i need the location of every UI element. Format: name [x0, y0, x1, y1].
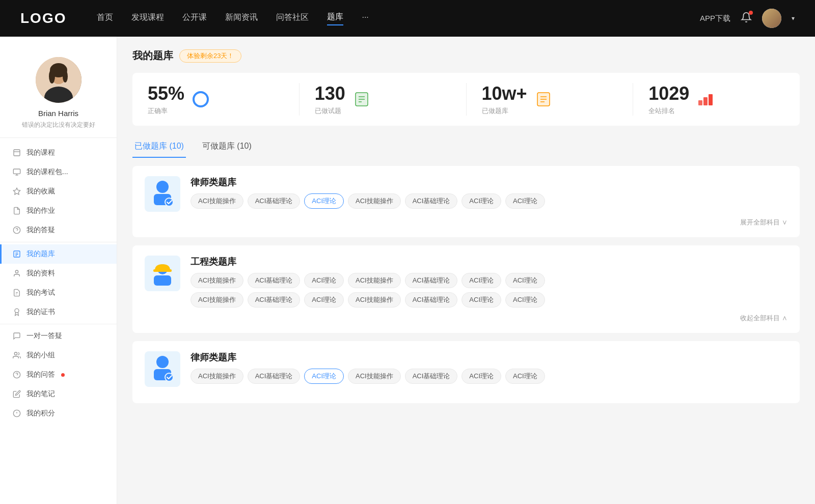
tag-item[interactable]: ACI技能操作: [191, 273, 243, 288]
main-content: 我的题库 体验剩余23天！ 55% 正确率: [117, 37, 815, 504]
tag-item[interactable]: ACI基础理论: [248, 193, 301, 209]
nav-item-news[interactable]: 新闻资讯: [225, 12, 258, 25]
user-menu-chevron[interactable]: ▾: [792, 15, 795, 22]
tab-done-banks[interactable]: 已做题库 (10): [132, 136, 186, 158]
sidebar-item-certificate[interactable]: 我的证书: [0, 302, 117, 322]
svg-rect-49: [153, 269, 172, 272]
sidebar-item-my-courses[interactable]: 我的课程: [0, 143, 117, 162]
nav-item-more[interactable]: ···: [362, 13, 368, 24]
tag-item[interactable]: ACI技能操作: [348, 273, 401, 288]
stats-bar: 55% 正确率 130 已做试题: [132, 73, 800, 126]
qbank-icon: [12, 249, 21, 259]
tag-item[interactable]: ACI技能操作: [191, 193, 243, 209]
nav-item-open[interactable]: 公开课: [182, 12, 207, 25]
tag-item[interactable]: ACI基础理论: [405, 193, 458, 209]
lawyer-icon: [145, 176, 180, 212]
nav-item-courses[interactable]: 发现课程: [131, 12, 164, 25]
sidebar-item-favorites[interactable]: 我的收藏: [0, 182, 117, 201]
tag-item[interactable]: ACI技能操作: [191, 369, 243, 384]
sidebar-item-course-package[interactable]: 我的课程包...: [0, 162, 117, 182]
rank-icon: [695, 89, 716, 109]
sidebar-item-my-questions[interactable]: 我的问答: [0, 365, 117, 384]
question2-icon: [12, 370, 21, 379]
sidebar-item-points[interactable]: 我的积分: [0, 404, 117, 423]
tag-item[interactable]: ACI理论: [304, 292, 344, 307]
page-header: 我的题库 体验剩余23天！: [132, 49, 800, 63]
sidebar-item-label: 我的笔记: [26, 389, 55, 399]
tag-item[interactable]: ACI理论: [461, 193, 501, 209]
tag-item[interactable]: ACI技能操作: [348, 369, 401, 384]
group-icon: [12, 351, 21, 360]
qbank-title: 律师类题库: [191, 176, 787, 188]
sidebar-item-homework[interactable]: 我的作业: [0, 201, 117, 220]
tag-item[interactable]: ACI理论: [461, 273, 501, 288]
qbank-tags: ACI技能操作 ACI基础理论 ACI理论 ACI技能操作 ACI基础理论 AC…: [191, 273, 787, 288]
sidebar-item-my-qa[interactable]: 我的答疑: [0, 220, 117, 240]
sidebar-item-exams[interactable]: 我的考试: [0, 283, 117, 302]
nav-item-qa[interactable]: 问答社区: [276, 12, 309, 25]
navigation: LOGO 首页 发现课程 公开课 新闻资讯 问答社区 题库 ··· APP下载 …: [0, 0, 815, 37]
tag-item[interactable]: ACI理论: [304, 273, 344, 288]
stat-rank: 1029 全站排名: [633, 83, 800, 116]
nav-right: APP下载 ▾: [700, 9, 795, 28]
notification-dot: [749, 11, 753, 15]
banks-icon: [533, 89, 554, 109]
sidebar-item-label: 我的课程: [26, 148, 55, 157]
exam-icon: [12, 288, 21, 297]
tag-item[interactable]: ACI基础理论: [248, 273, 301, 288]
tag-item[interactable]: ACI理论: [505, 193, 545, 209]
tag-item[interactable]: ACI理论: [505, 292, 545, 307]
tag-item[interactable]: ACI理论: [461, 369, 501, 384]
tag-item[interactable]: ACI理论: [461, 292, 501, 307]
stat-number-accuracy: 55% 正确率: [148, 83, 184, 116]
sidebar-item-label: 我的考试: [26, 288, 55, 297]
page-layout: Brian Harris 错误的决定比没有决定要好 我的课程 我的课程包...: [0, 37, 815, 504]
user-avatar[interactable]: [762, 9, 781, 28]
star-icon: [12, 187, 21, 196]
svg-point-30: [194, 92, 208, 106]
page-title: 我的题库: [132, 49, 173, 63]
svg-rect-9: [13, 169, 20, 174]
sidebar-item-label: 我的小组: [26, 351, 55, 360]
collapse-button[interactable]: 收起全部科目 ∧: [145, 314, 787, 323]
sidebar-item-profile[interactable]: 我的资料: [0, 264, 117, 283]
svg-point-19: [15, 270, 18, 273]
lawyer-icon-2: [145, 351, 180, 387]
tabs: 已做题库 (10) 可做题库 (10): [132, 136, 800, 158]
qbank-card-engineer: 工程类题库 ACI技能操作 ACI基础理论 ACI理论 ACI技能操作 ACI基…: [132, 245, 800, 333]
sidebar-item-label: 我的收藏: [26, 187, 55, 196]
qbank-card-lawyer-1: 律师类题库 ACI技能操作 ACI基础理论 ACI理论 ACI技能操作 ACI基…: [132, 166, 800, 237]
tag-item[interactable]: ACI理论: [505, 273, 545, 288]
tab-available-banks[interactable]: 可做题库 (10): [200, 136, 254, 158]
chat-icon: [12, 331, 21, 341]
sidebar-item-groups[interactable]: 我的小组: [0, 346, 117, 365]
sidebar-item-qbank[interactable]: 我的题库: [0, 244, 117, 264]
engineer-icon: [145, 256, 180, 291]
notification-bell[interactable]: [741, 12, 752, 25]
qbank-title: 工程类题库: [191, 256, 787, 268]
nav-item-home[interactable]: 首页: [97, 12, 113, 25]
tag-item[interactable]: ACI基础理论: [405, 292, 458, 307]
nav-item-qbank[interactable]: 题库: [327, 12, 343, 25]
app-download[interactable]: APP下载: [700, 14, 730, 23]
tag-item[interactable]: ACI技能操作: [348, 193, 401, 209]
svg-point-22: [15, 309, 19, 313]
sidebar-item-label: 我的作业: [26, 206, 55, 215]
avatar-image: [36, 57, 82, 103]
certificate-icon: [12, 307, 21, 317]
sidebar-item-1on1[interactable]: 一对一答疑: [0, 326, 117, 346]
tag-item-active[interactable]: ACI理论: [304, 193, 344, 209]
tag-item[interactable]: ACI基础理论: [248, 292, 301, 307]
profile-icon: [12, 269, 21, 278]
expand-button[interactable]: 展开全部科目 ∨: [145, 218, 787, 227]
tag-item[interactable]: ACI基础理论: [405, 273, 458, 288]
svg-rect-7: [14, 150, 20, 156]
tag-item[interactable]: ACI技能操作: [348, 292, 401, 307]
sidebar-item-notes[interactable]: 我的笔记: [0, 384, 117, 404]
tag-item[interactable]: ACI技能操作: [191, 292, 243, 307]
tag-item[interactable]: ACI理论: [505, 369, 545, 384]
qbank-header: 工程类题库 ACI技能操作 ACI基础理论 ACI理论 ACI技能操作 ACI基…: [145, 256, 787, 307]
tag-item-active[interactable]: ACI理论: [304, 369, 344, 384]
tag-item[interactable]: ACI基础理论: [248, 369, 301, 384]
tag-item[interactable]: ACI基础理论: [405, 369, 458, 384]
